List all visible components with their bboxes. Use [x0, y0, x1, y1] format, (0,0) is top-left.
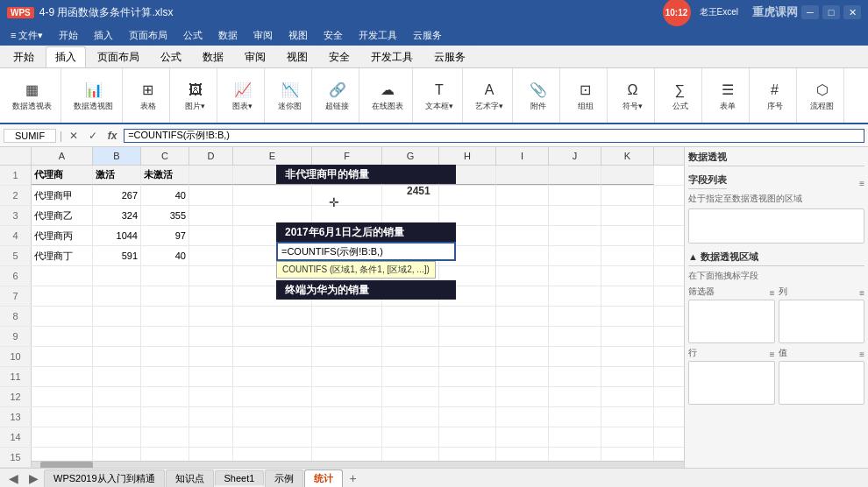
- ribbon-btn-表格[interactable]: ⊞ 表格: [132, 78, 164, 114]
- cell-j2[interactable]: [549, 186, 601, 205]
- cell-d4[interactable]: [189, 226, 233, 245]
- cell-a5[interactable]: 代理商丁: [32, 246, 93, 265]
- cell-d1[interactable]: [189, 166, 233, 185]
- ribbon-btn-流程图[interactable]: ⬡ 流程图: [807, 78, 838, 114]
- ribbon-btn-组组[interactable]: ⊡ 组组: [570, 78, 601, 114]
- sheet-tab-知识点[interactable]: 知识点: [166, 469, 214, 487]
- cell-a6[interactable]: [32, 266, 93, 286]
- cell-b2[interactable]: 267: [93, 186, 141, 205]
- cell-d2[interactable]: [189, 186, 233, 205]
- ribbon-tab-视图[interactable]: 视图: [277, 46, 317, 67]
- confirm-formula-icon[interactable]: ✓: [85, 128, 101, 144]
- cell-d5[interactable]: [189, 246, 233, 265]
- ribbon-btn-在线图表[interactable]: ☁ 在线图表: [368, 78, 407, 114]
- value-icon[interactable]: ≡: [859, 349, 864, 359]
- ribbon-btn-迷你图[interactable]: 📉 迷你图: [274, 78, 306, 114]
- cell-ref-input[interactable]: SUMIF: [4, 129, 56, 143]
- col-header-j[interactable]: J: [549, 147, 601, 165]
- ribbon-btn-文本框▾[interactable]: T 文本框▾: [422, 78, 457, 114]
- cell-a4[interactable]: 代理商丙: [32, 226, 93, 245]
- filter-icon[interactable]: ≡: [770, 288, 775, 298]
- sheet-tab-示例[interactable]: 示例: [265, 469, 303, 487]
- cell-h2[interactable]: [439, 186, 496, 205]
- ribbon-btn-附件[interactable]: 📎 附件: [523, 78, 554, 114]
- insert-function-icon[interactable]: fx: [104, 128, 120, 144]
- cancel-formula-icon[interactable]: ✕: [66, 128, 82, 144]
- sheet-tab-统计[interactable]: 统计: [304, 469, 343, 487]
- add-sheet-plus-button[interactable]: +: [344, 469, 361, 487]
- cell-b1[interactable]: 激活: [93, 166, 141, 185]
- sheet-tab-Sheet1[interactable]: Sheet1: [215, 470, 265, 485]
- col-header-e[interactable]: E: [233, 147, 312, 165]
- col-header-c[interactable]: C: [141, 147, 189, 165]
- cell-j3[interactable]: [549, 206, 601, 225]
- cell-i3[interactable]: [496, 206, 549, 225]
- menu-item-插入[interactable]: 插入: [87, 27, 120, 44]
- menu-item-≡ 文件▾[interactable]: ≡ 文件▾: [4, 27, 50, 44]
- col-header-b[interactable]: B: [93, 147, 141, 165]
- cell-k1[interactable]: [601, 166, 654, 185]
- cell-i4[interactable]: [496, 226, 549, 245]
- cell-i2[interactable]: [496, 186, 549, 205]
- cell-c3[interactable]: 355: [141, 206, 189, 225]
- menu-item-安全[interactable]: 安全: [317, 27, 350, 44]
- col-header-a[interactable]: A: [32, 147, 93, 165]
- cell-j4[interactable]: [549, 226, 601, 245]
- cell-k2[interactable]: [601, 186, 654, 205]
- ribbon-btn-数据透视表[interactable]: ▦ 数据透视表: [9, 78, 55, 114]
- ribbon-btn-表单[interactable]: ☰ 表单: [712, 78, 743, 114]
- col-header-f[interactable]: F: [312, 147, 382, 165]
- cell-c5[interactable]: 40: [141, 246, 189, 265]
- cell-a3[interactable]: 代理商乙: [32, 206, 93, 225]
- menu-item-公式[interactable]: 公式: [176, 27, 210, 44]
- cell-c2[interactable]: 40: [141, 186, 189, 205]
- col-icon[interactable]: ≡: [859, 288, 864, 298]
- ribbon-tab-开发工具[interactable]: 开发工具: [361, 46, 423, 67]
- menu-item-开始[interactable]: 开始: [52, 27, 85, 44]
- cell-k3[interactable]: [601, 206, 654, 225]
- cell-b3[interactable]: 324: [93, 206, 141, 225]
- ribbon-btn-艺术字▾[interactable]: A 艺术字▾: [472, 78, 507, 114]
- horizontal-scrollbar[interactable]: [32, 461, 684, 468]
- col-header-d[interactable]: D: [189, 147, 233, 165]
- ribbon-btn-公式[interactable]: ∑ 公式: [665, 78, 696, 114]
- cell-d3[interactable]: [189, 206, 233, 225]
- menu-item-视图[interactable]: 视图: [281, 27, 315, 44]
- formula-input[interactable]: =COUNTIFS(示例!B:B,): [124, 129, 864, 143]
- cell-i5[interactable]: [496, 246, 549, 265]
- add-sheet-button[interactable]: ◀: [4, 469, 24, 487]
- col-header-k[interactable]: K: [601, 147, 654, 165]
- field-list-icon[interactable]: ≡: [859, 179, 864, 188]
- col-header-h[interactable]: H: [439, 147, 496, 165]
- cell-a1[interactable]: 代理商: [32, 166, 93, 185]
- menu-item-开发工具[interactable]: 开发工具: [352, 27, 404, 44]
- sheet-tab-WPS2019从入门到精通[interactable]: WPS2019从入门到精通: [44, 469, 165, 487]
- cell-b4[interactable]: 1044: [93, 226, 141, 245]
- col-header-g[interactable]: G: [382, 147, 439, 165]
- ribbon-btn-数据透视图[interactable]: 📊 数据透视图: [70, 78, 117, 114]
- cell-i1[interactable]: [496, 166, 549, 185]
- maximize-button[interactable]: □: [822, 5, 840, 19]
- col-header-i[interactable]: I: [496, 147, 549, 165]
- cell-f2[interactable]: [312, 186, 382, 205]
- close-button[interactable]: ✕: [843, 5, 861, 19]
- menu-item-页面布局[interactable]: 页面布局: [122, 27, 174, 44]
- ribbon-tab-公式[interactable]: 公式: [151, 46, 191, 67]
- cell-a2[interactable]: 代理商甲: [32, 186, 93, 205]
- ribbon-tab-云服务[interactable]: 云服务: [424, 46, 475, 67]
- ribbon-btn-图表▾[interactable]: 📈 图表▾: [227, 78, 259, 114]
- next-sheet-button[interactable]: ▶: [24, 469, 44, 487]
- menu-item-云服务[interactable]: 云服务: [406, 27, 449, 44]
- ribbon-tab-数据[interactable]: 数据: [193, 46, 233, 67]
- ribbon-btn-超链接[interactable]: 🔗 超链接: [322, 78, 353, 114]
- ribbon-btn-序号[interactable]: # 序号: [759, 78, 791, 114]
- cell-c4[interactable]: 97: [141, 226, 189, 245]
- ribbon-tab-插入[interactable]: 插入: [46, 46, 86, 67]
- menu-item-审阅[interactable]: 审阅: [246, 27, 280, 44]
- ribbon-btn-符号▾[interactable]: Ω 符号▾: [617, 78, 649, 114]
- cell-k5[interactable]: [601, 246, 654, 265]
- ribbon-tab-安全[interactable]: 安全: [319, 46, 359, 67]
- ribbon-btn-图片▾[interactable]: 🖼 图片▾: [180, 78, 211, 114]
- ribbon-tab-审阅[interactable]: 审阅: [235, 46, 275, 67]
- minimize-button[interactable]: ─: [801, 5, 819, 19]
